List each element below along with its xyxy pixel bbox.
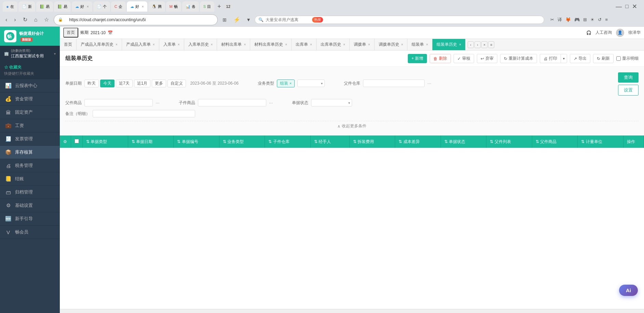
business-type-tag-close[interactable]: ×	[290, 81, 292, 85]
sidebar-item-guide[interactable]: 🆕 新手引导	[0, 212, 60, 226]
tabs-scroll-right[interactable]: ›	[474, 41, 481, 48]
sidebar-item-funds[interactable]: 💰 资金管理	[0, 93, 60, 106]
browser-tab-6[interactable]: 📄 个	[93, 1, 110, 12]
status-select[interactable]	[311, 99, 352, 106]
nav-tab-stock-out-history[interactable]: 出库单历史 ×	[317, 39, 350, 51]
close-transfer-history[interactable]: ×	[401, 43, 403, 46]
browser-tab-10[interactable]: M 畅	[166, 1, 181, 12]
company-dropdown-icon[interactable]: ▾	[54, 52, 56, 56]
consult-btn[interactable]: 人工咨询	[595, 30, 612, 35]
child-goods-dots[interactable]: ···	[269, 100, 273, 105]
show-detail-checkbox[interactable]: 显示明细	[616, 56, 639, 61]
bottom-scrollbar[interactable]	[60, 309, 644, 313]
back-button[interactable]: ‹	[3, 15, 9, 24]
browser-tab-4[interactable]: 📗 易	[54, 1, 71, 12]
close-material-out[interactable]: ×	[244, 43, 246, 46]
favorites-subtitle[interactable]: 快捷键打开收藏夹	[4, 71, 56, 76]
col-cost-diff[interactable]: ⇅ 成本差异	[395, 136, 441, 148]
col-date[interactable]: ⇅ 单据日期	[128, 136, 173, 148]
custom-btn[interactable]: 自定义	[167, 80, 186, 87]
close-stock-in-history[interactable]: ×	[211, 43, 213, 46]
col-parent-list[interactable]: ⇅ 父件列表	[486, 136, 532, 148]
ai-floating-button[interactable]: Ai	[619, 285, 638, 296]
col-parent-goods[interactable]: ⇅ 父件商品	[532, 136, 577, 148]
browser-tab-7[interactable]: C 企	[111, 1, 126, 12]
approve-button[interactable]: ✓ 审核	[454, 54, 474, 63]
sidebar-item-member[interactable]: V 畅会员	[0, 226, 60, 239]
collapse-button[interactable]: ∧ 收起更多条件	[65, 121, 639, 131]
address-input[interactable]	[64, 16, 213, 24]
nav-tab-stock-out[interactable]: 出库单 ×	[292, 39, 317, 51]
business-type-select[interactable]	[297, 80, 325, 87]
lightning-button[interactable]: ⚡	[231, 15, 242, 24]
browser-tab-3[interactable]: 📗 易	[36, 1, 53, 12]
child-goods-input[interactable]	[198, 99, 266, 106]
close-finished[interactable]: ×	[153, 43, 155, 46]
bookmark-button[interactable]: ☆	[42, 15, 51, 24]
note-input[interactable]	[93, 110, 195, 117]
close-stock-out-history[interactable]: ×	[343, 43, 345, 46]
close-assemble[interactable]: ×	[426, 43, 428, 46]
browser-tab-5[interactable]: ☁ 好 ×	[72, 1, 92, 12]
qr-button[interactable]: ⊞	[220, 16, 229, 24]
close-material-out-history[interactable]: ×	[285, 43, 287, 46]
browser-tab-9[interactable]: 🐧 腾	[148, 1, 165, 12]
browser-tab-12[interactable]: S 目	[200, 1, 214, 12]
ai-bubble-label[interactable]: Ai	[619, 285, 638, 296]
game-icon[interactable]: 🎮	[574, 17, 580, 22]
new-tab-button[interactable]: +	[215, 3, 223, 10]
col-number[interactable]: ⇅ 单据编号	[174, 136, 219, 148]
recalc-button[interactable]: ↻ 重新计算成本	[500, 54, 537, 63]
sidebar-item-reports[interactable]: 📊 云报表中心	[0, 79, 60, 93]
browser-tab-11[interactable]: 📊 各	[182, 1, 199, 12]
nav-tab-stock-in-history[interactable]: 入库单历史 ×	[184, 39, 217, 51]
sidebar-item-inventory[interactable]: 📦 库存核算	[0, 146, 60, 159]
query-button[interactable]: 查询	[618, 72, 639, 83]
close-window-button[interactable]: ✕	[632, 3, 637, 10]
col-unit[interactable]: ⇅ 计量单位	[578, 136, 623, 148]
select-all-checkbox[interactable]	[75, 139, 79, 143]
period-edit-icon[interactable]: 📅	[108, 30, 113, 35]
tabs-scroll-left[interactable]: ‹	[468, 41, 474, 48]
maximize-button[interactable]: □	[625, 3, 629, 10]
unapprove-button[interactable]: ↩ 弃审	[477, 54, 497, 63]
emoji-icon[interactable]: 🦊	[565, 17, 571, 22]
tabs-menu[interactable]: ≡	[488, 41, 494, 48]
nav-tab-material-out-history[interactable]: 材料出库单历史 ×	[250, 39, 292, 51]
print-dropdown[interactable]: ▾	[561, 54, 567, 63]
col-child-warehouse[interactable]: ⇅ 子件仓库	[265, 136, 310, 148]
nav-tab-finished-history[interactable]: 产成品入库单历史 ×	[77, 39, 122, 51]
col-handler[interactable]: ⇅ 经手人	[310, 136, 349, 148]
dropdown-button[interactable]: ▾	[245, 15, 252, 24]
sidebar-account[interactable]: 🏢 (勿删勿禁用) 江西服宝测试专用 ▾	[0, 46, 60, 62]
home-button[interactable]: ⌂	[32, 15, 40, 24]
col-disassembly-fee[interactable]: ⇅ 拆装费用	[349, 136, 395, 148]
sidebar-item-salary[interactable]: 💼 工资	[0, 119, 60, 132]
sidebar-item-settings[interactable]: ⚙ 基础设置	[0, 199, 60, 212]
close-transfer[interactable]: ×	[368, 43, 370, 46]
tabs-close-all[interactable]: ×	[481, 41, 487, 48]
parent-goods-input[interactable]	[84, 99, 153, 106]
col-type[interactable]: ⇅ 单据类型	[82, 136, 128, 148]
delete-button[interactable]: 🗑 删除	[430, 54, 451, 63]
browser-tab-8[interactable]: ☁ 好 ×	[127, 1, 147, 12]
parent-goods-dots[interactable]: ···	[156, 100, 160, 105]
sidebar-item-settlement[interactable]: 📒 结账	[0, 172, 60, 186]
browser-tab-2[interactable]: 📄 新	[18, 1, 35, 12]
scissors-icon[interactable]: ✂	[550, 17, 554, 22]
last7-btn[interactable]: 近7天	[116, 80, 133, 87]
more-btn[interactable]: 更多	[152, 80, 166, 87]
nav-tab-finished[interactable]: 产成品入库单 ×	[122, 39, 159, 51]
sidebar-item-assets[interactable]: 🏛 固定资产	[0, 106, 60, 119]
sidebar-item-archive[interactable]: 🗃 归档管理	[0, 186, 60, 199]
nav-tab-stock-in[interactable]: 入库单 ×	[159, 39, 184, 51]
nav-tab-material-out[interactable]: 材料出库单 ×	[217, 39, 250, 51]
translate-icon[interactable]: 译	[558, 17, 562, 23]
add-button[interactable]: + 新增	[408, 54, 427, 63]
refresh-button[interactable]: ↻ 刷新	[593, 54, 614, 63]
reload-button[interactable]: ↻	[21, 15, 29, 24]
search-input[interactable]	[266, 17, 310, 22]
last-month-btn[interactable]: 近1月	[134, 80, 151, 87]
table-checkbox-th[interactable]	[71, 136, 82, 148]
search-bar[interactable]: 🔍 热搜	[255, 16, 544, 24]
